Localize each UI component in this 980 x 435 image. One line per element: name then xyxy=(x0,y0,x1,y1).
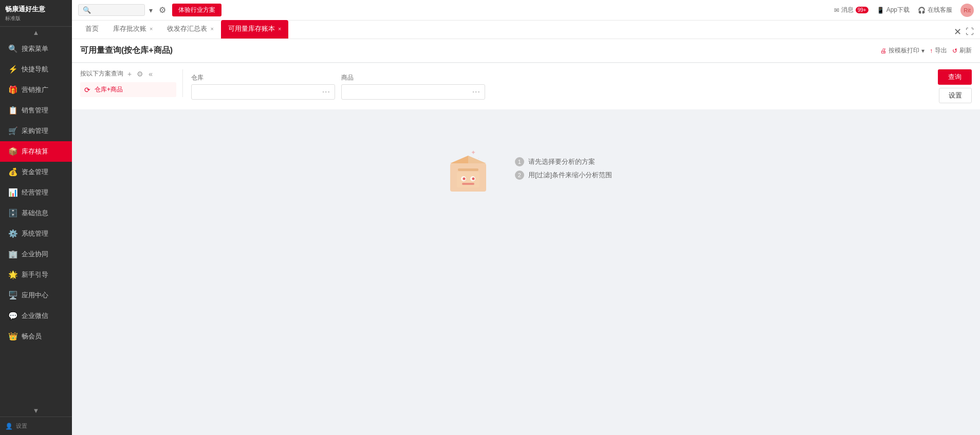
sidebar-label-shortcut: 快捷导航 xyxy=(22,65,48,74)
add-scheme-btn[interactable]: + xyxy=(126,70,133,78)
refresh-btn[interactable]: ↺ 刷新 xyxy=(952,46,972,55)
product-dots-btn[interactable]: ··· xyxy=(472,87,480,97)
sidebar-item-operations[interactable]: 📊经营管理 xyxy=(0,182,72,203)
close-window-btn[interactable]: ✕ xyxy=(954,26,961,37)
topbar-search-input[interactable] xyxy=(93,7,134,14)
user-menu[interactable]: Rit xyxy=(960,4,974,17)
print-dropdown-icon: ▾ xyxy=(921,47,924,54)
page-title-bar: 可用量查询(按仓库+商品) 🖨 按模板打印 ▾ ↑ 导出 ↺ 刷新 xyxy=(72,39,980,63)
sidebar-label-enterprise: 企业协同 xyxy=(22,250,48,259)
sidebar-item-enterprise[interactable]: 🏢企业协同 xyxy=(0,244,72,264)
sidebar-icon-member: 👑 xyxy=(8,332,17,341)
tab-close-summary[interactable]: × xyxy=(210,26,213,32)
tab-label-home: 首页 xyxy=(85,24,99,33)
footer-icon: 👤 xyxy=(5,423,13,430)
tab-close-batch[interactable]: × xyxy=(150,26,153,32)
sidebar-item-finance[interactable]: 💰资金管理 xyxy=(0,162,72,182)
sidebar-label-purchase: 采购管理 xyxy=(22,126,48,136)
scroll-down-btn[interactable]: ▼ xyxy=(0,405,72,417)
print-template-label: 按模板打印 xyxy=(889,46,919,55)
notifications[interactable]: ✉ 消息 99+ xyxy=(834,6,868,14)
empty-tips: 1 请先选择要分析的方案 2 用[过滤]条件来缩小分析范围 xyxy=(515,157,612,180)
topbar: 🔍 ▾ ⚙ 体验行业方案 ✉ 消息 99+ 📱 App下载 🎧 在线客服 Ri xyxy=(72,0,980,21)
print-template-btn[interactable]: 🖨 按模板打印 ▾ xyxy=(880,46,924,55)
svg-rect-9 xyxy=(462,183,474,185)
warehouse-dots-btn[interactable]: ··· xyxy=(322,87,330,97)
query-btn[interactable]: 查询 xyxy=(938,69,972,85)
filter-settings-btn[interactable]: 设置 xyxy=(939,88,972,103)
sidebar-label-finance: 资金管理 xyxy=(22,167,48,177)
sidebar-nav: 🔍搜索菜单⚡快捷导航🎁营销推广📋销售管理🛒采购管理📦库存核算💰资金管理📊经营管理… xyxy=(0,39,72,405)
sidebar-item-guide[interactable]: 🌟新手引导 xyxy=(0,264,72,285)
sidebar-item-inventory[interactable]: 📦库存核算 xyxy=(0,141,72,162)
tab-batch[interactable]: 库存批次账× xyxy=(106,20,160,39)
phone-icon: 📱 xyxy=(877,7,884,14)
sidebar-icon-enterprise: 🏢 xyxy=(8,250,17,259)
notif-label: 消息 xyxy=(841,6,854,14)
sidebar-item-member[interactable]: 👑畅会员 xyxy=(0,326,72,347)
scheme-item-label: 仓库+商品 xyxy=(95,85,123,94)
empty-tip-2: 2 用[过滤]条件来缩小分析范围 xyxy=(515,171,612,180)
online-service-link[interactable]: 🎧 在线客服 xyxy=(918,6,952,14)
print-icon: 🖨 xyxy=(880,47,886,54)
collapse-scheme-btn[interactable]: « xyxy=(147,70,154,78)
sidebar-label-sales: 销售管理 xyxy=(22,106,48,115)
sidebar-label-appstore: 应用中心 xyxy=(22,291,48,300)
main-wrapper: 🔍 ▾ ⚙ 体验行业方案 ✉ 消息 99+ 📱 App下载 🎧 在线客服 Ri xyxy=(72,0,980,435)
sidebar: 畅康通好生意 标准版 ▲ 🔍搜索菜单⚡快捷导航🎁营销推广📋销售管理🛒采购管理📦库… xyxy=(0,0,72,435)
sidebar-item-system[interactable]: ⚙️系统管理 xyxy=(0,223,72,244)
topbar-dropdown-btn[interactable]: ▾ xyxy=(149,6,153,14)
tab-summary[interactable]: 收发存汇总表× xyxy=(160,20,220,39)
maximize-window-btn[interactable]: ⛶ xyxy=(966,27,974,36)
sidebar-item-shortcut[interactable]: ⚡快捷导航 xyxy=(0,59,72,80)
online-service-label: 在线客服 xyxy=(928,6,952,14)
svg-marker-1 xyxy=(450,156,468,163)
sidebar-label-operations: 经营管理 xyxy=(22,188,48,197)
svg-point-7 xyxy=(463,178,465,180)
sidebar-label-system: 系统管理 xyxy=(22,229,48,238)
sidebar-item-appstore[interactable]: 🖥️应用中心 xyxy=(0,285,72,306)
tab-available[interactable]: 可用量库存账本× xyxy=(221,20,288,39)
filter-area: 按以下方案查询 + ⚙ « ⟳ 仓库+商品 仓库 ··· xyxy=(72,63,980,109)
sidebar-item-basic[interactable]: 🗄️基础信息 xyxy=(0,203,72,223)
sidebar-item-purchase[interactable]: 🛒采购管理 xyxy=(0,121,72,141)
avatar: Rit xyxy=(960,4,974,17)
scroll-up-btn[interactable]: ▲ xyxy=(0,27,72,39)
sidebar-item-search[interactable]: 🔍搜索菜单 xyxy=(0,39,72,59)
tabs-actions: ✕ ⛶ xyxy=(954,26,974,39)
export-btn[interactable]: ↑ 导出 xyxy=(930,46,947,55)
svg-text:·: · xyxy=(478,156,479,161)
topbar-gear-icon[interactable]: ⚙ xyxy=(159,5,166,15)
app-download-link[interactable]: 📱 App下载 xyxy=(877,6,910,14)
settings-scheme-btn[interactable]: ⚙ xyxy=(136,70,144,78)
sidebar-item-wechat[interactable]: 💬企业微信 xyxy=(0,306,72,326)
sidebar-item-sales[interactable]: 📋销售管理 xyxy=(0,100,72,121)
tabs-bar: 首页库存批次账×收发存汇总表×可用量库存账本× ✕ ⛶ xyxy=(72,21,980,39)
svg-marker-2 xyxy=(468,156,486,163)
tab-home[interactable]: 首页 xyxy=(78,20,106,39)
svg-point-8 xyxy=(472,178,474,180)
sidebar-footer[interactable]: 👤 设置 xyxy=(0,417,72,435)
brand-edition: 标准版 xyxy=(5,15,21,22)
scheme-item-icon: ⟳ xyxy=(84,86,90,94)
topbar-search-wrap: 🔍 xyxy=(78,4,145,16)
message-icon: ✉ xyxy=(834,7,839,14)
scheme-item-warehouse-product[interactable]: ⟳ 仓库+商品 xyxy=(80,82,176,97)
filter-schemes-header: 按以下方案查询 + ⚙ « xyxy=(80,69,176,78)
tip2-text: 用[过滤]条件来缩小分析范围 xyxy=(528,171,612,180)
sidebar-icon-purchase: 🛒 xyxy=(8,126,17,136)
tab-close-available[interactable]: × xyxy=(278,26,281,32)
page-title: 可用量查询(按仓库+商品) xyxy=(80,45,173,56)
page-actions: 🖨 按模板打印 ▾ ↑ 导出 ↺ 刷新 xyxy=(880,46,972,55)
product-input[interactable] xyxy=(346,88,470,96)
export-label: 导出 xyxy=(935,46,947,55)
sidebar-label-inventory: 库存核算 xyxy=(22,147,48,156)
warehouse-input[interactable] xyxy=(196,88,320,96)
refresh-label: 刷新 xyxy=(959,46,972,55)
footer-label: 设置 xyxy=(16,422,27,430)
sidebar-header: 畅康通好生意 标准版 xyxy=(0,0,72,27)
sidebar-item-marketing[interactable]: 🎁营销推广 xyxy=(0,80,72,100)
industry-btn[interactable]: 体验行业方案 xyxy=(172,4,221,16)
notif-badge: 99+ xyxy=(856,7,868,13)
svg-text:✦: ✦ xyxy=(471,149,476,156)
